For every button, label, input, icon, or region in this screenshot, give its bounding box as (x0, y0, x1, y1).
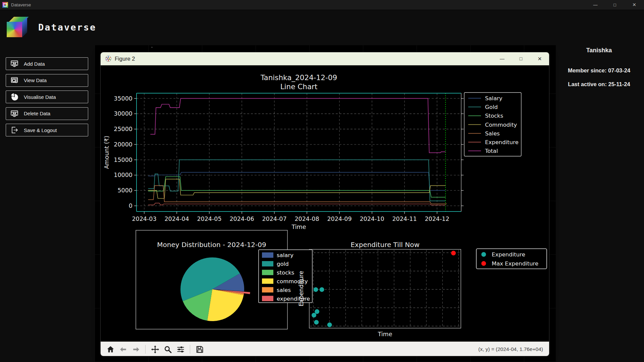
line-chart-title-1: Tanishka_2024-12-09 (260, 73, 337, 82)
toolbar-save-button[interactable] (194, 344, 205, 355)
os-maximize-button[interactable]: □ (605, 0, 625, 10)
sidebar-item-view-data[interactable]: View Data (6, 74, 88, 87)
forward-icon (131, 345, 141, 354)
save-icon (195, 345, 204, 354)
x-tick-label: 2024-07 (262, 216, 286, 222)
x-tick-label: 2024-05 (197, 216, 221, 222)
sidebar-item-label: Save & Logout (24, 127, 57, 133)
y-tick-label: 5000 (117, 187, 132, 194)
x-tick-label: 2024-09 (327, 216, 352, 222)
table-delete-icon (10, 109, 19, 118)
sidebar-item-visualise-data[interactable]: Visualise Data (6, 90, 88, 103)
pie-legend-item-sales: sales (262, 287, 291, 293)
scatter-point-expenditure (320, 287, 324, 292)
figure-canvas[interactable]: 050001000015000200002500030000350002024-… (101, 65, 549, 342)
x-tick-label: 2024-12 (425, 216, 449, 222)
pie-chart-icon (10, 93, 19, 101)
scatter-xlabel: Time (378, 331, 392, 338)
svg-text:Expenditure: Expenditure (492, 251, 525, 258)
profile-member-since: Member since: 07-03-24 (557, 67, 641, 74)
app-name: Dataverse (38, 22, 96, 33)
y-tick-label: 20000 (114, 141, 132, 148)
pie-legend-item-salary: salary (262, 252, 293, 258)
toolbar-forward-button[interactable] (130, 344, 142, 355)
x-tick-label: 2024-10 (360, 216, 384, 222)
os-window-title: Dataverse (11, 2, 586, 7)
app-header: Dataverse (7, 16, 96, 38)
pie-legend-item-stocks: stocks (262, 269, 294, 276)
line-chart: 050001000015000200002500030000350002024-… (103, 73, 464, 230)
os-minimize-button[interactable]: — (586, 0, 605, 10)
x-tick-label: 2024-04 (164, 216, 189, 222)
scatter-point-expenditure (327, 322, 332, 327)
profile-panel: Tanishka Member since: 07-03-24 Last act… (557, 47, 641, 95)
toolbar-zoom-button[interactable] (162, 344, 173, 355)
backdrop-stars (152, 47, 152, 48)
scatter-legend: ExpenditureMax Expenditure (476, 249, 547, 269)
y-tick-label: 0 (129, 202, 132, 209)
line-chart-legend: SalaryGoldStocksCommoditySalesExpenditur… (464, 93, 521, 156)
svg-text:salary: salary (277, 252, 293, 258)
y-tick-label: 15000 (114, 157, 132, 163)
y-tick-label: 35000 (114, 95, 132, 102)
svg-text:Commodity: Commodity (485, 122, 517, 128)
series-gold (148, 160, 446, 201)
svg-text:Expenditure: Expenditure (485, 139, 519, 145)
figure-toolbar: (x, y) = (2024-04, 1.76e+04) (101, 342, 549, 356)
scatter-title: Expenditure Till Now (351, 241, 420, 249)
subplots-icon (176, 345, 185, 354)
line-chart-ylabel: Amount (₹) (103, 136, 110, 169)
figure-title: Figure 2 (115, 56, 493, 62)
series-total (150, 99, 445, 153)
app-logo (7, 16, 29, 38)
svg-text:Total: Total (485, 148, 498, 154)
y-tick-label: 30000 (114, 110, 132, 117)
sidebar-item-save-logout[interactable]: Save & Logout (6, 124, 88, 136)
save-logout-icon (10, 126, 19, 134)
series-commodity (148, 179, 446, 198)
svg-text:sales: sales (277, 287, 291, 293)
series-expenditure (148, 203, 446, 205)
back-icon (119, 345, 128, 354)
x-tick-label: 2024-08 (294, 216, 319, 222)
toolbar-back-button[interactable] (117, 344, 129, 355)
screen: Dataverse — □ × Dataverse Add DataView D… (0, 0, 644, 362)
scatter-point-expenditure (315, 309, 319, 314)
sidebar: Add DataView DataVisualise DataDelete Da… (6, 57, 88, 140)
line-chart-xlabel: Time (291, 224, 306, 230)
matplotlib-icon (105, 55, 112, 62)
x-tick-label: 2024-03 (132, 216, 156, 222)
y-tick-label: 25000 (114, 126, 132, 132)
svg-text:Stocks: Stocks (485, 113, 503, 119)
toolbar-home-button[interactable] (105, 344, 116, 355)
scatter-point-expenditure (314, 320, 319, 324)
os-titlebar: Dataverse — □ × (0, 0, 644, 10)
scatter-point-expenditure (312, 313, 316, 317)
app-logo-small-icon (2, 2, 8, 8)
toolbar-separator (190, 345, 190, 354)
x-tick-label: 2024-06 (229, 216, 254, 222)
line-chart-title-2: Line Chart (280, 82, 318, 91)
table-view-icon (10, 76, 19, 85)
sidebar-item-delete-data[interactable]: Delete Data (6, 107, 88, 120)
os-window-controls: — □ × (586, 0, 644, 10)
figure-titlebar[interactable]: Figure 2 — □ × (101, 52, 549, 65)
figure-minimize-button[interactable]: — (493, 52, 512, 65)
sidebar-item-label: Delete Data (24, 111, 50, 116)
toolbar-subplots-button[interactable] (175, 344, 186, 355)
figure-close-button[interactable]: × (530, 52, 549, 65)
svg-text:gold: gold (277, 261, 289, 267)
sidebar-item-add-data[interactable]: Add Data (6, 57, 88, 70)
pie-title: Money Distribution - 2024-12-09 (157, 241, 266, 249)
figure-maximize-button[interactable]: □ (512, 52, 530, 65)
profile-name: Tanishka (557, 47, 641, 54)
svg-text:Gold: Gold (485, 104, 498, 110)
profile-last-active: Last active on: 25-11-24 (557, 81, 641, 87)
toolbar-buttons (105, 344, 205, 355)
y-tick-label: 10000 (114, 172, 132, 178)
os-close-button[interactable]: × (625, 0, 644, 10)
home-icon (106, 345, 115, 354)
x-tick-label: 2024-11 (392, 216, 417, 222)
svg-text:Salary: Salary (485, 95, 502, 102)
toolbar-pan-button[interactable] (149, 344, 161, 355)
